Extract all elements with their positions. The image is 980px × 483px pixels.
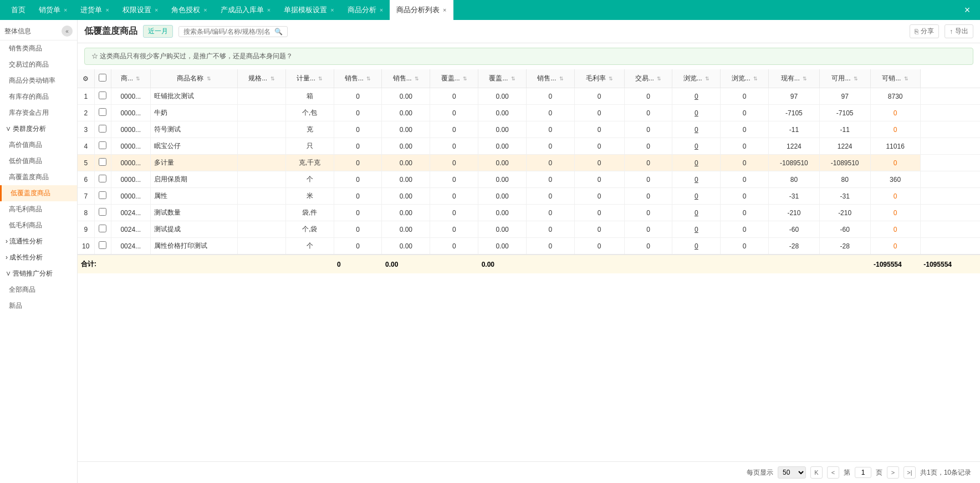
cell-checkbox[interactable]	[94, 138, 111, 155]
row-checkbox[interactable]	[99, 158, 106, 166]
sidebar-item-all-goods[interactable]: 全部商品	[0, 282, 77, 298]
nav-purchase-order[interactable]: 进货单 ×	[74, 0, 115, 20]
row-checkbox[interactable]	[99, 141, 106, 149]
cell-checkbox[interactable]	[94, 171, 111, 188]
prev-page-button[interactable]: <	[827, 466, 839, 479]
col-sales2[interactable]: 销售... ⇅	[526, 69, 574, 88]
nav-template-settings[interactable]: 单据模板设置 ×	[277, 0, 340, 20]
col-unit[interactable]: 计量... ⇅	[285, 69, 334, 88]
cell-browse2: 0	[721, 105, 769, 121]
close-icon[interactable]: ×	[267, 7, 270, 13]
cell-checkbox[interactable]	[94, 205, 111, 221]
col-cover2[interactable]: 覆盖... ⇅	[478, 69, 527, 88]
cell-name: 属性价格打印测试	[151, 238, 238, 255]
sidebar-group-cluster[interactable]: ∨ 类群度分析	[0, 121, 77, 137]
cell-browse1[interactable]: 0	[672, 188, 721, 205]
row-checkbox[interactable]	[99, 225, 106, 232]
nav-product-analysis[interactable]: 商品分析 ×	[341, 0, 390, 20]
cell-browse1[interactable]: 0	[672, 105, 721, 121]
last-page-button[interactable]: >|	[904, 466, 916, 479]
select-all-checkbox[interactable]	[99, 74, 106, 82]
close-icon[interactable]: ×	[105, 7, 109, 13]
row-checkbox[interactable]	[99, 241, 106, 249]
share-button[interactable]: ⎘ 分享	[910, 24, 939, 38]
row-checkbox[interactable]	[99, 91, 106, 99]
col-cover1[interactable]: 覆盖... ⇅	[430, 69, 478, 88]
cell-browse1[interactable]: 0	[672, 205, 721, 221]
close-icon[interactable]: ×	[64, 7, 67, 13]
row-checkbox[interactable]	[99, 108, 106, 116]
cell-browse1[interactable]: 0	[672, 155, 721, 171]
col-browse1[interactable]: 浏览... ⇅	[672, 69, 721, 88]
sidebar-group-liquidity[interactable]: › 流通性分析	[0, 233, 77, 250]
close-icon[interactable]: ×	[380, 7, 383, 13]
col-browse2[interactable]: 浏览... ⇅	[721, 69, 769, 88]
row-checkbox[interactable]	[99, 208, 106, 216]
sidebar-item-high-margin[interactable]: 高毛利商品	[0, 201, 77, 217]
col-gear[interactable]: ⚙	[78, 69, 94, 88]
cell-browse1[interactable]: 0	[672, 88, 721, 105]
export-button[interactable]: ↑ 导出	[945, 24, 973, 38]
col-sales-amt[interactable]: 销售... ⇅	[382, 69, 430, 88]
sidebar-item-stock-capital[interactable]: 库存资金占用	[0, 105, 77, 121]
nav-roles[interactable]: 角色授权 ×	[165, 0, 213, 20]
first-page-button[interactable]: K	[810, 466, 823, 479]
cell-browse1[interactable]: 0	[672, 138, 721, 155]
row-checkbox[interactable]	[99, 191, 106, 199]
col-available[interactable]: 可用... ⇅	[819, 69, 870, 88]
nav-sales-order[interactable]: 销货单 ×	[32, 0, 74, 20]
page-number-input[interactable]	[855, 467, 871, 478]
sidebar-collapse-button[interactable]: «	[62, 26, 73, 37]
window-close-button[interactable]: ×	[959, 2, 976, 18]
cell-checkbox[interactable]	[94, 105, 111, 121]
sidebar-item-category-sales-rate[interactable]: 商品分类动销率	[0, 73, 77, 89]
col-trade[interactable]: 交易... ⇅	[624, 69, 672, 88]
sidebar-item-in-stock[interactable]: 有库存的商品	[0, 89, 77, 105]
sidebar-item-low-coverage[interactable]: 低覆盖度商品	[0, 185, 77, 201]
col-gross[interactable]: 毛利率 ⇅	[574, 69, 624, 88]
col-checkbox[interactable]	[94, 69, 111, 88]
nav-production[interactable]: 产成品入库单 ×	[214, 0, 277, 20]
cell-browse1[interactable]: 0	[672, 221, 721, 238]
search-input[interactable]	[183, 28, 272, 35]
col-code[interactable]: 商... ⇅	[111, 69, 151, 88]
col-sales-qty[interactable]: 销售... ⇅	[334, 69, 382, 88]
sidebar-group-growth[interactable]: › 成长性分析	[0, 250, 77, 266]
nav-home[interactable]: 首页	[4, 0, 32, 20]
sidebar-item-sales-goods[interactable]: 销售类商品	[0, 40, 77, 57]
cell-checkbox[interactable]	[94, 88, 111, 105]
close-icon[interactable]: ×	[443, 7, 446, 13]
sidebar-item-new-goods[interactable]: 新品	[0, 298, 77, 314]
filter-period-button[interactable]: 近一月	[143, 25, 173, 38]
sidebar-item-high-coverage[interactable]: 高覆盖度商品	[0, 169, 77, 185]
nav-permissions[interactable]: 权限设置 ×	[116, 0, 165, 20]
nav-product-analysis-list[interactable]: 商品分析列表 ×	[390, 0, 453, 20]
sidebar-item-high-value[interactable]: 高价值商品	[0, 137, 77, 153]
cell-checkbox[interactable]	[94, 155, 111, 171]
col-spec[interactable]: 规格... ⇅	[237, 69, 285, 88]
col-saleable[interactable]: 可销... ⇅	[870, 69, 920, 88]
cell-checkbox[interactable]	[94, 121, 111, 138]
close-icon[interactable]: ×	[330, 7, 334, 13]
data-table: ⚙ 商... ⇅ 商品名称 ⇅ 规格... ⇅ 计量... ⇅ 销售... ⇅ …	[78, 69, 980, 273]
col-name[interactable]: 商品名称 ⇅	[151, 69, 238, 88]
sidebar-item-low-value[interactable]: 低价值商品	[0, 153, 77, 169]
cell-browse1[interactable]: 0	[672, 238, 721, 255]
cell-spec	[237, 155, 285, 171]
sidebar-item-low-margin[interactable]: 低毛利商品	[0, 217, 77, 233]
cell-browse1[interactable]: 0	[672, 171, 721, 188]
cell-checkbox[interactable]	[94, 188, 111, 205]
row-checkbox[interactable]	[99, 175, 106, 182]
next-page-button[interactable]: >	[887, 466, 899, 479]
close-icon[interactable]: ×	[155, 7, 158, 13]
row-checkbox[interactable]	[99, 125, 106, 133]
sidebar-group-marketing[interactable]: ∨ 营销推广分析	[0, 266, 77, 282]
page-size-select[interactable]: 50 100 200	[778, 466, 806, 479]
cell-checkbox[interactable]	[94, 238, 111, 255]
col-current[interactable]: 现有... ⇅	[769, 69, 820, 88]
cell-checkbox[interactable]	[94, 221, 111, 238]
cell-browse1[interactable]: 0	[672, 121, 721, 138]
close-icon[interactable]: ×	[203, 7, 207, 13]
sidebar-item-traded-goods[interactable]: 交易过的商品	[0, 57, 77, 73]
cell-unit: 只	[285, 138, 334, 155]
